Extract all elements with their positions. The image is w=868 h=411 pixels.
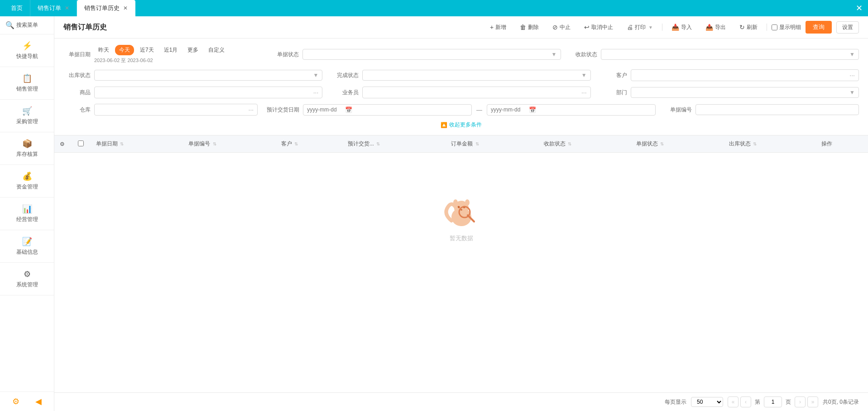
filter-out-status: 出库状态 ▼ [63, 70, 322, 81]
tab-sales-order-close[interactable]: ✕ [65, 5, 69, 11]
filter-complete-status: 完成状态 ▼ [331, 70, 590, 81]
window-close-icon[interactable]: ✕ [854, 1, 864, 15]
export-button[interactable]: 📤 导出 [701, 22, 730, 33]
add-button[interactable]: + 新增 [485, 22, 511, 33]
date-tab-yesterday[interactable]: 昨天 [94, 45, 113, 55]
out-status-label: 出库状态 [63, 72, 91, 79]
display-details-input[interactable] [772, 24, 777, 30]
page-number-input[interactable] [764, 396, 782, 407]
th-expected-delivery[interactable]: 预计交货... ⇅ [342, 135, 446, 153]
salesperson-ellipsis[interactable]: ··· [581, 89, 587, 96]
settings-button[interactable]: 设置 [836, 21, 859, 34]
sidebar-search[interactable]: 🔍 搜索菜单 [0, 16, 54, 34]
settings-bottom-icon[interactable]: ⚙ [12, 396, 19, 406]
sidebar-item-finance[interactable]: 💰 资金管理 [0, 165, 54, 198]
warehouse-ellipsis[interactable]: ··· [249, 106, 254, 113]
sidebar-item-quick-nav-label: 快捷导航 [16, 53, 38, 60]
th-gear[interactable]: ⚙ [54, 135, 72, 153]
print-button[interactable]: 🖨 打印 ▼ [622, 22, 657, 33]
tab-home[interactable]: 首页 [4, 0, 30, 16]
calendar-to-icon[interactable]: 📅 [529, 106, 536, 113]
collapse-more-btn[interactable]: 🔼 收起更多条件 [63, 121, 859, 129]
order-no-label: 单据编号 [665, 106, 692, 114]
prev-page-button[interactable]: ‹ [740, 396, 751, 407]
th-operations: 操作 [816, 135, 868, 153]
out-status-dropdown-icon[interactable]: ▼ [313, 72, 318, 78]
stop-button[interactable]: ⊘ 中止 [548, 22, 575, 33]
cancel-stop-label: 取消中止 [591, 24, 613, 31]
add-icon: + [490, 24, 494, 31]
date-tab-custom[interactable]: 自定义 [204, 45, 229, 55]
import-button[interactable]: 📥 导入 [667, 22, 696, 33]
th-date-label: 单据日期 [96, 140, 118, 147]
payment-status-dropdown-icon[interactable]: ▼ [849, 51, 855, 58]
date-tab-last1month[interactable]: 近1月 [160, 45, 182, 55]
th-out-status[interactable]: 出库状态 ⇅ [724, 135, 816, 153]
query-button[interactable]: 查询 [806, 21, 832, 34]
tab-sales-order-history[interactable]: 销售订单历史 ✕ [77, 0, 135, 16]
collapse-sidebar-icon[interactable]: ◀ [35, 396, 42, 406]
refresh-button[interactable]: ↻ 刷新 [735, 22, 762, 33]
sidebar-item-operations-label: 经营管理 [16, 216, 38, 223]
tab-sales-order-history-label: 销售订单历史 [84, 4, 120, 12]
data-table: ⚙ 单据日期 ⇅ 单据编号 ⇅ [54, 135, 868, 279]
date-tab-more[interactable]: 更多 [183, 45, 202, 55]
display-details-checkbox[interactable]: 显示明细 [772, 24, 801, 31]
sidebar-item-purchase-mgmt[interactable]: 🛒 采购管理 [0, 100, 54, 132]
select-all-checkbox[interactable] [78, 140, 84, 146]
order-status-dropdown-icon[interactable]: ▼ [551, 51, 557, 58]
chevron-up-icon: 🔼 [441, 122, 447, 128]
department-dropdown-icon[interactable]: ▼ [849, 89, 855, 96]
sidebar-item-inventory[interactable]: 📦 库存核算 [0, 132, 54, 165]
tab-sales-order-history-close[interactable]: ✕ [123, 5, 128, 11]
th-payment-status-label: 收款状态 [544, 140, 566, 147]
sidebar-item-operations[interactable]: 📊 经营管理 [0, 198, 54, 230]
th-customer[interactable]: 客户 ⇅ [276, 135, 342, 153]
th-amount[interactable]: 订单金额 ⇅ [446, 135, 538, 153]
date-to-input[interactable] [491, 106, 527, 113]
page-size-label: 每页显示 [665, 398, 686, 406]
toolbar-divider-2 [767, 24, 767, 31]
th-checkbox[interactable] [72, 135, 91, 153]
gear-column-icon[interactable]: ⚙ [60, 141, 65, 147]
total-info: 共0页, 0条记录 [823, 398, 859, 406]
sidebar-item-sales-mgmt[interactable]: 📋 销售管理 [0, 67, 54, 100]
tab-sales-order[interactable]: 销售订单 ✕ [30, 0, 77, 16]
filter-order-no: 单据编号 [665, 104, 859, 115]
customer-ellipsis[interactable]: ··· [849, 72, 855, 79]
product-ellipsis[interactable]: ··· [313, 89, 319, 96]
pagination: « ‹ 第 页 › » [728, 396, 818, 407]
delete-button[interactable]: 🗑 删除 [515, 22, 543, 33]
th-order-status[interactable]: 单据状态 ⇅ [631, 135, 723, 153]
complete-status-dropdown-icon[interactable]: ▼ [581, 72, 587, 78]
import-label: 导入 [681, 24, 692, 31]
order-status-label: 单据状态 [272, 51, 299, 58]
table-header-row: ⚙ 单据日期 ⇅ 单据编号 ⇅ [54, 135, 868, 153]
date-tab-last7[interactable]: 近7天 [136, 45, 158, 55]
main-layout: 🔍 搜索菜单 ⚡ 快捷导航 📋 销售管理 🛒 采购管理 📦 库存核算 💰 资金管… [0, 16, 868, 411]
content-area: 销售订单历史 + 新增 🗑 删除 ⊘ 中止 ↩ 取消中止 [54, 16, 868, 411]
delete-icon: 🗑 [520, 24, 526, 31]
th-payment-status[interactable]: 收款状态 ⇅ [538, 135, 631, 153]
date-tab-today[interactable]: 今天 [115, 45, 134, 55]
sidebar-item-basic-info[interactable]: 📝 基础信息 [0, 230, 54, 263]
date-from-input[interactable] [307, 106, 343, 113]
th-order-no[interactable]: 单据编号 ⇅ [183, 135, 275, 153]
order-no-input[interactable] [700, 106, 855, 113]
first-page-button[interactable]: « [728, 396, 739, 407]
th-date[interactable]: 单据日期 ⇅ [91, 135, 183, 153]
sidebar-item-quick-nav[interactable]: ⚡ 快捷导航 [0, 34, 54, 67]
last-page-button[interactable]: » [807, 396, 818, 407]
sidebar: 🔍 搜索菜单 ⚡ 快捷导航 📋 销售管理 🛒 采购管理 📦 库存核算 💰 资金管… [0, 16, 54, 411]
page-number-label: 第 [755, 398, 760, 406]
date-range-text: 2023-06-02 至 2023-06-02 [94, 57, 229, 64]
calendar-from-icon[interactable]: 📅 [345, 106, 352, 113]
sidebar-item-system-mgmt[interactable]: ⚙ 系统管理 [0, 263, 54, 295]
next-page-button[interactable]: › [795, 396, 806, 407]
cancel-stop-button[interactable]: ↩ 取消中止 [580, 22, 618, 33]
filter-date: 单据日期 昨天 今天 近7天 近1月 更多 自定义 2023-06-02 至 2… [63, 45, 263, 64]
sidebar-item-sales-mgmt-label: 销售管理 [16, 85, 38, 93]
page-size-select[interactable]: 50 100 200 [691, 397, 723, 407]
product-label: 商品 [63, 89, 91, 97]
department-label: 部门 [600, 89, 627, 97]
